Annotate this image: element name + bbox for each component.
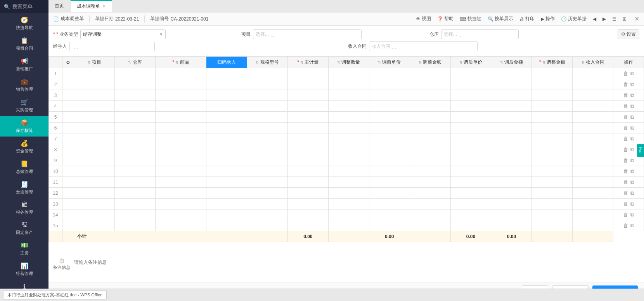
- row-3-warehouse-cell[interactable]: [114, 90, 155, 101]
- row-4-scan-cell[interactable]: [206, 101, 247, 112]
- nav-next-button[interactable]: ▶: [601, 16, 608, 22]
- tab-close-icon[interactable]: ✕: [102, 4, 106, 9]
- row-9-scan-cell[interactable]: [206, 155, 247, 166]
- row-14-before-price-cell[interactable]: [369, 209, 410, 220]
- row-7-adj-amount-cell[interactable]: [532, 133, 573, 144]
- row-11-copy-icon[interactable]: ⧉: [630, 179, 634, 185]
- row-9-income-contract-cell[interactable]: [573, 155, 613, 166]
- col-after-amount[interactable]: ⇅ 调后金额: [491, 57, 532, 68]
- row-15-copy-icon[interactable]: ⧉: [630, 223, 634, 229]
- row-2-copy-icon[interactable]: ⧉: [630, 81, 634, 88]
- row-7-after-amount-cell[interactable]: [491, 133, 532, 144]
- row-15-after-price-cell[interactable]: [450, 220, 491, 231]
- row-1-project-cell[interactable]: [74, 68, 115, 79]
- col-after-price[interactable]: ⇅ 调后单价: [450, 57, 491, 68]
- row-10-project-cell[interactable]: [74, 166, 115, 177]
- row-14-income-contract-cell[interactable]: [573, 209, 613, 220]
- row-5-copy-icon[interactable]: ⧉: [630, 114, 634, 120]
- row-6-adj-amount-cell[interactable]: [532, 123, 573, 133]
- row-3-copy-icon[interactable]: ⧉: [630, 92, 634, 99]
- row-10-adj-qty-cell[interactable]: [328, 166, 369, 177]
- row-13-adj-amount-cell[interactable]: [532, 199, 573, 209]
- row-4-goods-cell[interactable]: [155, 101, 206, 112]
- row-12-adj-amount-cell[interactable]: [532, 188, 573, 199]
- row-8-project-cell[interactable]: [74, 144, 115, 155]
- row-1-unit-cell[interactable]: [287, 68, 328, 79]
- row-6-copy-icon[interactable]: ⧉: [630, 125, 634, 131]
- row-12-before-amount-cell[interactable]: [410, 188, 450, 199]
- row-5-warehouse-cell[interactable]: [114, 112, 155, 123]
- row-11-warehouse-cell[interactable]: [114, 177, 155, 188]
- row-10-before-price-cell[interactable]: [369, 166, 410, 177]
- row-15-adj-amount-cell[interactable]: [532, 220, 573, 231]
- row-8-income-contract-cell[interactable]: [573, 144, 613, 155]
- col-adj-amount[interactable]: ⇅ 调整金额: [532, 57, 573, 68]
- row-5-scan-cell[interactable]: [206, 112, 247, 123]
- row-9-warehouse-cell[interactable]: [114, 155, 155, 166]
- action-operate[interactable]: ▶ 操作: [539, 15, 556, 23]
- row-14-unit-cell[interactable]: [287, 209, 328, 220]
- row-3-after-price-cell[interactable]: [450, 90, 491, 101]
- row-14-project-cell[interactable]: [74, 209, 115, 220]
- row-6-goods-cell[interactable]: [155, 123, 206, 133]
- row-8-goods-cell[interactable]: [155, 144, 206, 155]
- row-13-scan-cell[interactable]: [206, 199, 247, 209]
- row-7-before-amount-cell[interactable]: [410, 133, 450, 144]
- row-2-after-price-cell[interactable]: [450, 79, 491, 90]
- row-9-goods-cell[interactable]: [155, 155, 206, 166]
- row-2-delete-icon[interactable]: 🗑: [623, 81, 628, 87]
- sidebar-item-sales-promotion[interactable]: 📢营销推广: [0, 54, 48, 75]
- row-4-warehouse-cell[interactable]: [114, 101, 155, 112]
- row-3-goods-cell[interactable]: [155, 90, 206, 101]
- row-12-project-cell[interactable]: [74, 188, 115, 199]
- row-15-before-amount-cell[interactable]: [410, 220, 450, 231]
- row-6-adj-qty-cell[interactable]: [328, 123, 369, 133]
- row-8-warehouse-cell[interactable]: [114, 144, 155, 155]
- row-5-adj-qty-cell[interactable]: [328, 112, 369, 123]
- notes-input[interactable]: [74, 258, 639, 270]
- row-9-after-amount-cell[interactable]: [491, 155, 532, 166]
- sidebar-item-operations-management[interactable]: 📊经营管理: [0, 259, 48, 280]
- row-9-delete-icon[interactable]: 🗑: [623, 157, 628, 163]
- row-3-income-contract-cell[interactable]: [573, 90, 613, 101]
- row-15-project-cell[interactable]: [74, 220, 115, 231]
- row-6-after-price-cell[interactable]: [450, 123, 491, 133]
- row-15-scan-cell[interactable]: [206, 220, 247, 231]
- row-1-before-amount-cell[interactable]: [410, 68, 450, 79]
- row-5-delete-icon[interactable]: 🗑: [623, 114, 628, 120]
- row-2-project-cell[interactable]: [74, 79, 115, 90]
- row-14-goods-cell[interactable]: [155, 209, 206, 220]
- setting-button[interactable]: ⚙ 设置: [618, 29, 639, 39]
- row-6-before-amount-cell[interactable]: [410, 123, 450, 133]
- row-9-copy-icon[interactable]: ⧉: [630, 157, 634, 164]
- row-11-adj-qty-cell[interactable]: [328, 177, 369, 188]
- row-3-after-amount-cell[interactable]: [491, 90, 532, 101]
- row-6-income-contract-cell[interactable]: [573, 123, 613, 133]
- row-6-project-cell[interactable]: [74, 123, 115, 133]
- row-11-delete-icon[interactable]: 🗑: [623, 179, 628, 185]
- row-6-scan-cell[interactable]: [206, 123, 247, 133]
- row-8-scan-cell[interactable]: [206, 144, 247, 155]
- row-15-after-amount-cell[interactable]: [491, 220, 532, 231]
- row-1-before-price-cell[interactable]: [369, 68, 410, 79]
- row-9-project-cell[interactable]: [74, 155, 115, 166]
- row-13-warehouse-cell[interactable]: [114, 199, 155, 209]
- row-7-delete-icon[interactable]: 🗑: [623, 136, 628, 142]
- row-1-scan-cell[interactable]: [206, 68, 247, 79]
- taskbar-item[interactable]: 木门行业好业财处理方案-慕红红.doc - WPS Office: [3, 291, 107, 299]
- project-select[interactable]: 选择... ...: [253, 29, 362, 39]
- row-3-spec-cell[interactable]: [247, 90, 287, 101]
- action-review[interactable]: 🔍 按单展示: [486, 15, 515, 23]
- row-10-before-amount-cell[interactable]: [410, 166, 450, 177]
- row-10-after-price-cell[interactable]: [450, 166, 491, 177]
- row-12-unit-cell[interactable]: [287, 188, 328, 199]
- row-13-after-price-cell[interactable]: [450, 199, 491, 209]
- row-12-warehouse-cell[interactable]: [114, 188, 155, 199]
- row-1-copy-icon[interactable]: ⧉: [630, 71, 634, 77]
- row-3-scan-cell[interactable]: [206, 90, 247, 101]
- sidebar-item-tax-management[interactable]: 🏛税务管理: [0, 198, 48, 218]
- right-edge-tab[interactable]: Ear: [637, 144, 644, 157]
- row-12-after-amount-cell[interactable]: [491, 188, 532, 199]
- row-6-unit-cell[interactable]: [287, 123, 328, 133]
- row-3-before-amount-cell[interactable]: [410, 90, 450, 101]
